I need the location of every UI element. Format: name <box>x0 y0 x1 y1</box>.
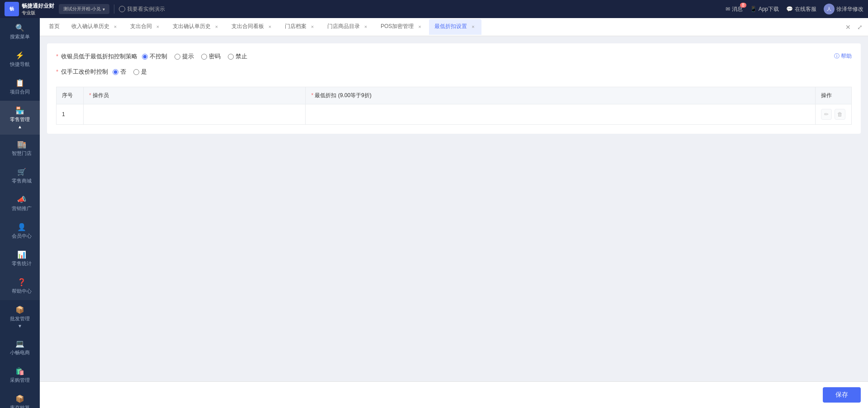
policy-form-row: * 收银员低于最低折扣控制策略 不控制 提示 <box>56 52 247 61</box>
required-star-discount: * <box>311 92 313 98</box>
bottom-bar: 保存 <box>40 381 868 408</box>
policy-option-password[interactable]: 密码 <box>201 52 221 61</box>
sidebar-item-batch-mgmt[interactable]: 📦 批发管理 ▼ <box>0 300 40 334</box>
tab-store-product[interactable]: 门店商品目录 × <box>322 19 374 35</box>
policy-radio-password[interactable] <box>201 54 207 60</box>
sidebar-item-smart-store[interactable]: 🏬 智慧门店 <box>0 135 40 162</box>
sidebar-item-help-center[interactable]: ❓ 帮助中心 <box>0 272 40 300</box>
avatar: 人 <box>824 4 835 14</box>
manual-price-form-row: * 仅手工改价时控制 否 是 <box>56 68 247 76</box>
tab-payment-confirm[interactable]: 支出确认单历史 × <box>167 19 225 35</box>
settings-card: * 收银员低于最低折扣控制策略 不控制 提示 <box>47 43 861 134</box>
tab-pos-password-close[interactable]: × <box>416 23 423 30</box>
tab-payment-board-label: 支出合同看板 <box>231 23 264 30</box>
save-button[interactable]: 保存 <box>823 387 861 403</box>
tab-payment-board-close[interactable]: × <box>267 23 273 30</box>
tab-store-file-close[interactable]: × <box>309 23 316 30</box>
chevron-down-icon: ▼ <box>18 324 22 328</box>
online-service-label: 在线客服 <box>795 5 816 13</box>
tab-min-discount-close[interactable]: × <box>470 23 476 30</box>
tabbar-controls: ✕ ⤢ <box>844 23 864 32</box>
cell-operator <box>84 104 306 125</box>
sidebar-item-retail-mgmt[interactable]: 🏪 零售管理 ▲ <box>0 101 40 135</box>
help-link[interactable]: ⓘ 帮助 <box>834 52 852 60</box>
tab-payment-contract-close[interactable]: × <box>155 23 161 30</box>
message-badge: 8 <box>740 3 746 8</box>
topbar: 畅 畅捷通好业财 专业版 测试分开开程-小兑 ▾ 我要看实例演示 ✉ 消息 8 … <box>0 0 868 18</box>
project-selector[interactable]: 测试分开开程-小兑 ▾ <box>59 4 109 14</box>
laptop-icon: 💻 <box>15 339 24 348</box>
discount-table: 序号 * 操作员 * 最低折扣 (9.00等于9折) 操作 <box>56 87 852 125</box>
sidebar-item-retail-stats[interactable]: 📊 零售统计 <box>0 245 40 272</box>
sidebar-item-search[interactable]: 🔍 搜索菜单 <box>0 18 40 46</box>
cell-seq: 1 <box>57 104 84 125</box>
sidebar-item-project-contract[interactable]: 📋 项目合同 <box>0 73 40 101</box>
policy-radio-no-control[interactable] <box>142 54 148 60</box>
policy-option-forbid[interactable]: 禁止 <box>228 52 247 61</box>
app-download-button[interactable]: 📱 App下载 <box>750 5 779 13</box>
tab-payment-board[interactable]: 支出合同看板 × <box>226 19 278 35</box>
tab-payment-contract-label: 支出合同 <box>130 23 152 30</box>
required-star-operator: * <box>89 92 91 98</box>
service-icon: 💬 <box>786 6 793 12</box>
sidebar-item-purchase-mgmt[interactable]: 🛍️ 采购管理 <box>0 361 40 389</box>
tab-min-discount-label: 最低折扣设置 <box>434 23 467 30</box>
cart-icon: 🛒 <box>17 168 26 176</box>
building-icon: 🏬 <box>17 140 26 149</box>
tab-payment-confirm-close[interactable]: × <box>213 23 220 30</box>
chart-icon: 📊 <box>17 250 26 259</box>
tab-home[interactable]: 首页 <box>43 19 65 35</box>
tab-pos-password[interactable]: POS加密管理 × <box>375 19 428 35</box>
message-button[interactable]: ✉ 消息 8 <box>726 5 743 13</box>
col-header-min-discount: * 最低折扣 (9.00等于9折) <box>306 87 816 104</box>
manual-price-option-no[interactable]: 否 <box>113 68 126 76</box>
lightning-icon: ⚡ <box>15 51 24 60</box>
maximize-button[interactable]: ⤢ <box>855 23 864 32</box>
tab-min-discount[interactable]: 最低折扣设置 × <box>429 19 481 35</box>
online-service-button[interactable]: 💬 在线客服 <box>786 5 816 13</box>
tab-income-confirm[interactable]: 收入确认单历史 × <box>66 19 124 35</box>
col-header-operator: * 操作员 <box>84 87 306 104</box>
tab-store-file[interactable]: 门店档案 × <box>279 19 321 35</box>
edit-row-button[interactable]: ✏ <box>821 109 832 120</box>
demo-link[interactable]: 我要看实例演示 <box>119 5 165 13</box>
sidebar-item-member-center[interactable]: 👤 会员中心 <box>0 217 40 245</box>
user-info[interactable]: 人 徐泽华修改 <box>824 4 863 14</box>
tab-pos-password-label: POS加密管理 <box>381 23 414 30</box>
manual-price-radio-yes[interactable] <box>133 69 139 75</box>
policy-radio-prompt[interactable] <box>175 54 180 60</box>
divider <box>114 5 114 14</box>
sidebar-item-retail-mall[interactable]: 🛒 零售商城 <box>0 162 40 190</box>
policy-option-no-control[interactable]: 不控制 <box>142 52 167 61</box>
sidebar-item-shortcut[interactable]: ⚡ 快捷导航 <box>0 46 40 73</box>
policy-radio-forbid[interactable] <box>228 54 234 60</box>
app-download-label: App下载 <box>759 5 779 13</box>
policy-option-prompt[interactable]: 提示 <box>175 52 194 61</box>
tab-store-file-label: 门店档案 <box>285 23 307 30</box>
required-star-manual: * <box>56 68 58 75</box>
download-icon: 📱 <box>750 6 757 12</box>
tab-payment-contract[interactable]: 支出合同 × <box>125 19 166 35</box>
policy-label: * 收银员低于最低折扣控制策略 <box>56 52 137 61</box>
tab-income-confirm-close[interactable]: × <box>112 23 118 30</box>
tab-payment-confirm-label: 支出确认单历史 <box>173 23 211 30</box>
form-section: * 收银员低于最低折扣控制策略 不控制 提示 <box>56 52 247 83</box>
sidebar-item-inventory[interactable]: 📦 库存核算 <box>0 389 40 408</box>
sidebar-item-marketing[interactable]: 📣 营销推广 <box>0 190 40 217</box>
close-tab-button[interactable]: ✕ <box>844 23 853 32</box>
tab-store-product-close[interactable]: × <box>363 23 369 30</box>
manual-price-option-yes[interactable]: 是 <box>133 68 147 76</box>
cell-action: ✏ 🗑 <box>816 104 852 125</box>
delete-row-button[interactable]: 🗑 <box>835 109 845 120</box>
circle-icon <box>119 6 125 12</box>
manual-price-radio-no[interactable] <box>113 69 118 75</box>
message-icon: ✉ <box>726 6 730 12</box>
sidebar-item-ecommerce[interactable]: 💻 小畅电商 <box>0 334 40 361</box>
manual-price-radio-group: 否 是 <box>113 68 147 76</box>
table-body: 1 ✏ 🗑 <box>57 104 852 125</box>
sidebar: 🔍 搜索菜单 ⚡ 快捷导航 📋 项目合同 🏪 零售管理 ▲ 🏬 智慧门店 🛒 零… <box>0 18 40 408</box>
tab-income-confirm-label: 收入确认单历史 <box>71 23 109 30</box>
tab-store-product-label: 门店商品目录 <box>327 23 360 30</box>
demo-label: 我要看实例演示 <box>127 5 165 13</box>
action-buttons: ✏ 🗑 <box>821 109 846 120</box>
